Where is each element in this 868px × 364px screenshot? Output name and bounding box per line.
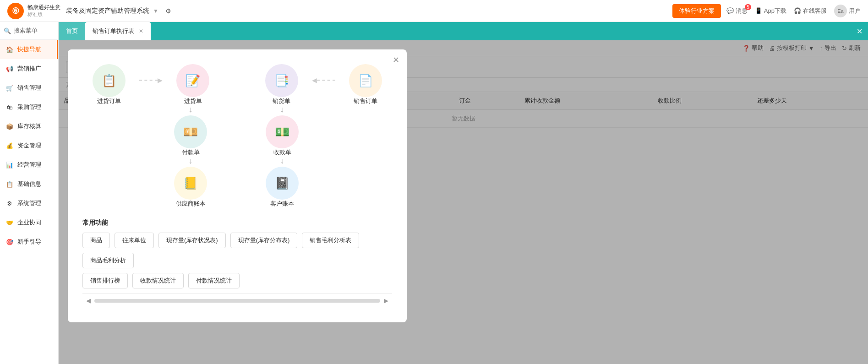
flow-item-receipt: ↓ 💵 收款单 bbox=[255, 105, 310, 157]
payment-label: 付款单 bbox=[182, 148, 200, 157]
dialog-overlay: ✕ 📋 进货订单 bbox=[59, 40, 868, 364]
search-icon: 🔍 bbox=[4, 27, 11, 34]
system-title-text: 装备及固定资产辅助管理系统 bbox=[66, 7, 149, 15]
sidebar-item-operations[interactable]: 📊 经营管理 bbox=[0, 155, 58, 174]
func-btn-receipt-stats[interactable]: 收款情况统计 bbox=[132, 273, 184, 288]
sidebar-item-marketing[interactable]: 📢 营销推广 bbox=[0, 59, 58, 78]
purchase-order-icon: 📋 bbox=[93, 64, 126, 97]
tab-close-icon[interactable]: ✕ bbox=[139, 28, 143, 34]
sidebar-item-sales[interactable]: 🛒 销售管理 bbox=[0, 78, 58, 98]
scroll-area: ◀ ▶ bbox=[82, 293, 392, 308]
sales-icon: 🛒 bbox=[5, 84, 14, 92]
app-download-btn[interactable]: 📱 App下载 bbox=[755, 7, 786, 15]
customer-ledger-label: 客户账本 bbox=[270, 200, 294, 208]
message-badge: 5 bbox=[745, 4, 751, 10]
arrow-down-receipt: ↓ bbox=[280, 157, 284, 165]
topbar-right: 💬 消息 5 📱 App下载 🎧 在线客服 Ea 用户 bbox=[726, 5, 861, 17]
guide-icon: 🎯 bbox=[5, 238, 14, 246]
user-menu[interactable]: Ea 用户 bbox=[834, 5, 861, 17]
marketing-icon: 📢 bbox=[5, 65, 14, 73]
arrow-purchase-order-to-purchase: ▶ bbox=[139, 76, 163, 93]
func-btn-product[interactable]: 商品 bbox=[82, 233, 110, 248]
tab-bar-close-icon[interactable]: ✕ bbox=[857, 27, 863, 36]
arrow-down-payment: ↓ bbox=[189, 157, 193, 165]
flow-item-purchase: 📝 进货单 bbox=[166, 64, 219, 105]
message-icon: 💬 bbox=[726, 7, 734, 14]
arrow-down-sales: ↓ bbox=[280, 105, 284, 114]
func-btn-product-margin[interactable]: 商品毛利分析 bbox=[82, 253, 134, 268]
scroll-right-icon[interactable]: ▶ bbox=[384, 297, 388, 304]
func-btn-stock-status[interactable]: 现存量(库存状况表) bbox=[158, 233, 226, 248]
dialog: ✕ 📋 进货订单 bbox=[68, 49, 407, 322]
payment-icon: 💴 bbox=[174, 115, 207, 148]
purchase-icon: 🛍 bbox=[5, 103, 14, 111]
sidebar-item-collab[interactable]: 🤝 企业协同 bbox=[0, 213, 58, 232]
scroll-track[interactable] bbox=[94, 299, 380, 303]
func-btn-sales-rank[interactable]: 销售排行榜 bbox=[82, 273, 128, 288]
system-title-area: 装备及固定资产辅助管理系统 ▼ ⚙ bbox=[66, 5, 667, 17]
customer-ledger-icon: 📓 bbox=[266, 167, 299, 200]
sidebar-item-system[interactable]: ⚙ 系统管理 bbox=[0, 194, 58, 213]
purchase-icon: 📝 bbox=[176, 64, 209, 97]
system-icon: ⚙ bbox=[5, 199, 14, 207]
message-btn[interactable]: 💬 消息 5 bbox=[726, 7, 748, 15]
flow-item-customer-ledger: ↓ 📓 客户账本 bbox=[255, 157, 310, 208]
headset-icon: 🎧 bbox=[794, 7, 801, 14]
sidebar: 🔍 搜索菜单 🏠 快捷导航 📢 营销推广 🛒 销售管理 🛍 采购管理 📦 bbox=[0, 22, 59, 364]
common-functions: 常用功能 商品 往来单位 现存量(库存状况表) 现存量(库存分布表) 销售毛利分… bbox=[82, 219, 392, 288]
operations-icon: 📊 bbox=[5, 161, 14, 169]
flow-diagram: 📋 进货订单 ▶ 📝 bbox=[82, 64, 392, 208]
supplier-ledger-label: 供应商账本 bbox=[176, 200, 206, 208]
arrow-sales-order-to-sales: ◀ bbox=[312, 76, 335, 93]
supplier-ledger-icon: 📒 bbox=[174, 167, 207, 200]
sales-order-icon: 📄 bbox=[349, 64, 382, 97]
func-buttons-row1: 商品 往来单位 现存量(库存状况表) 现存量(库存分布表) 销售毛利分析表 商品… bbox=[82, 233, 392, 268]
func-btn-partner[interactable]: 往来单位 bbox=[115, 233, 154, 248]
logo-area: ⑥ 畅康通好生意 标准版 bbox=[7, 3, 60, 19]
common-func-title: 常用功能 bbox=[82, 219, 392, 227]
sidebar-item-inventory[interactable]: 📦 库存核算 bbox=[0, 117, 58, 136]
inventory-icon: 📦 bbox=[5, 122, 14, 130]
sidebar-search[interactable]: 🔍 搜索菜单 bbox=[0, 22, 58, 40]
sales-label: 销货单 bbox=[273, 97, 290, 105]
logo-text: 畅康通好生意 标准版 bbox=[27, 4, 60, 18]
home-icon: 🏠 bbox=[5, 45, 14, 54]
sidebar-item-quicknav[interactable]: 🏠 快捷导航 bbox=[0, 40, 58, 59]
arrow-down-purchase: ↓ bbox=[189, 105, 193, 114]
flow-item-purchase-order: 📋 进货订单 bbox=[82, 64, 136, 105]
tab-bar: 首页 销售订单执行表 ✕ ✕ bbox=[59, 22, 868, 40]
sales-icon-circle: 📑 bbox=[265, 64, 298, 97]
func-buttons-row2: 销售排行榜 收款情况统计 付款情况统计 bbox=[82, 273, 392, 288]
func-btn-payment-stats[interactable]: 付款情况统计 bbox=[188, 273, 240, 288]
sidebar-item-finance[interactable]: 💰 资金管理 bbox=[0, 136, 58, 155]
collab-icon: 🤝 bbox=[5, 218, 14, 227]
basicinfo-icon: 📋 bbox=[5, 180, 14, 188]
purchase-order-label: 进货订单 bbox=[97, 97, 121, 105]
settings-icon[interactable]: ⚙ bbox=[162, 5, 175, 17]
flow-item-sales-order: 📄 销售订单 bbox=[339, 64, 392, 105]
avatar: Ea bbox=[834, 5, 847, 17]
flow-item-sales: 📑 销货单 bbox=[255, 64, 308, 105]
download-icon: 📱 bbox=[755, 7, 762, 14]
sidebar-item-basicinfo[interactable]: 📋 基础信息 bbox=[0, 174, 58, 194]
tab-sales-order[interactable]: 销售订单执行表 ✕ bbox=[85, 22, 151, 40]
dialog-close-btn[interactable]: ✕ bbox=[393, 55, 399, 65]
experience-btn[interactable]: 体验行业方案 bbox=[672, 4, 721, 18]
scroll-left-icon[interactable]: ◀ bbox=[86, 297, 91, 304]
purchase-label: 进货单 bbox=[184, 97, 202, 105]
content-body: ❓ 帮助 🖨 按模板打印 ▼ ↑ 导出 bbox=[59, 40, 868, 364]
online-service-btn[interactable]: 🎧 在线客服 bbox=[794, 7, 827, 15]
sidebar-item-purchase[interactable]: 🛍 采购管理 bbox=[0, 98, 58, 117]
flow-item-supplier-ledger: ↓ 📒 供应商账本 bbox=[163, 157, 218, 208]
func-btn-stock-dist[interactable]: 现存量(库存分布表) bbox=[230, 233, 298, 248]
func-btn-sales-margin[interactable]: 销售毛利分析表 bbox=[302, 233, 359, 248]
sales-order-label: 销售订单 bbox=[354, 97, 377, 105]
tab-home[interactable]: 首页 bbox=[59, 22, 85, 40]
sidebar-item-guide[interactable]: 🎯 新手引导 bbox=[0, 232, 58, 251]
system-title-dropdown[interactable]: ▼ bbox=[153, 8, 158, 14]
receipt-label: 收款单 bbox=[273, 148, 291, 157]
logo-icon: ⑥ bbox=[7, 3, 24, 19]
flow-item-payment: ↓ 💴 付款单 bbox=[163, 105, 218, 157]
finance-icon: 💰 bbox=[5, 141, 14, 150]
receipt-icon: 💵 bbox=[266, 115, 299, 148]
